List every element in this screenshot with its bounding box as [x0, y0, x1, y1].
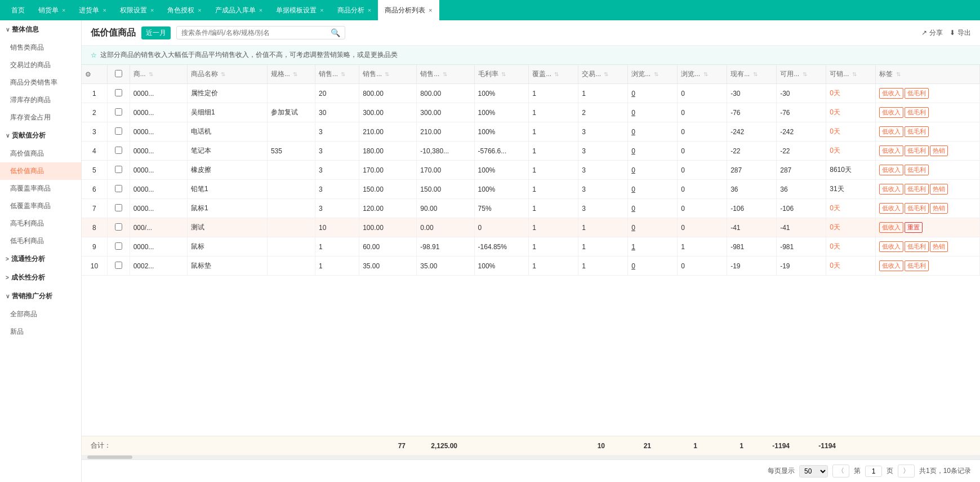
nav-sales-order[interactable]: 销货单 × — [32, 0, 72, 20]
browse1-link[interactable]: 0 — [631, 262, 635, 270]
close-icon[interactable]: × — [103, 7, 106, 14]
row-checkbox-cell[interactable] — [107, 180, 130, 199]
row-checkbox-cell[interactable] — [107, 218, 130, 237]
nav-purchase-order[interactable]: 进货单 × — [72, 0, 113, 20]
share-button[interactable]: ↗ 分享 — [921, 28, 943, 38]
row-checkbox[interactable] — [115, 185, 122, 192]
row-checkbox-cell[interactable] — [107, 237, 130, 257]
row-checkbox-cell[interactable] — [107, 199, 130, 218]
row-browse1[interactable]: 0 — [628, 199, 678, 218]
row-checkbox[interactable] — [115, 204, 122, 211]
search-box[interactable]: 🔍 — [176, 26, 345, 39]
col-browse1[interactable]: 浏览... ⇅ — [628, 65, 678, 84]
browse1-link[interactable]: 0 — [631, 205, 635, 213]
browse1-link[interactable]: 0 — [631, 185, 635, 193]
next-page-button[interactable]: 〉 — [898, 465, 915, 477]
nav-home[interactable]: 首页 — [5, 0, 32, 20]
row-browse1[interactable]: 0 — [628, 141, 678, 161]
col-margin-rate[interactable]: 毛利率 ⇅ — [474, 65, 529, 84]
col-name[interactable]: 商品名称 ⇅ — [187, 65, 267, 84]
sidebar-item-high-coverage[interactable]: 高覆盖率商品 — [0, 180, 81, 197]
row-browse1[interactable]: 0 — [628, 257, 678, 276]
page-number-input[interactable] — [865, 466, 882, 477]
close-icon[interactable]: × — [259, 7, 262, 14]
nav-permission-settings[interactable]: 权限设置 × — [113, 0, 161, 20]
sidebar-item-category-sales-rate[interactable]: 商品分类销售率 — [0, 74, 81, 91]
sidebar-group-contribution[interactable]: ∨ 贡献值分析 — [0, 126, 81, 145]
sidebar-item-inventory-capital[interactable]: 库存资金占用 — [0, 109, 81, 126]
col-available[interactable]: 可用... ⇅ — [777, 65, 826, 84]
sidebar-item-traded-products[interactable]: 交易过的商品 — [0, 56, 81, 74]
nav-role-auth[interactable]: 角色授权 × — [161, 0, 208, 20]
browse1-link[interactable]: 0 — [631, 109, 635, 117]
browse1-link[interactable]: 0 — [631, 128, 635, 136]
browse1-link[interactable]: 0 — [631, 224, 635, 232]
nav-product-analysis-list[interactable]: 商品分析列表 × — [378, 0, 439, 20]
browse1-link[interactable]: 0 — [631, 147, 635, 155]
col-code[interactable]: 商... ⇅ — [130, 65, 187, 84]
row-checkbox[interactable] — [115, 127, 122, 135]
row-browse1[interactable]: 0 — [628, 218, 678, 237]
col-browse2[interactable]: 浏览... ⇅ — [678, 65, 727, 84]
close-icon[interactable]: × — [150, 7, 154, 14]
col-trade[interactable]: 交易... ⇅ — [578, 65, 628, 84]
table-container[interactable]: ⚙ 商... ⇅ 商品名称 ⇅ 规格... ⇅ 销售... ⇅ 销售... ⇅ … — [82, 65, 980, 436]
row-browse1[interactable]: 0 — [628, 180, 678, 199]
sidebar-item-low-coverage[interactable]: 低覆盖率商品 — [0, 197, 81, 215]
row-checkbox[interactable] — [115, 89, 122, 96]
sidebar-group-marketing[interactable]: ∨ 营销推广分析 — [0, 287, 81, 306]
col-sales-amt[interactable]: 销售... ⇅ — [359, 65, 417, 84]
row-checkbox[interactable] — [115, 166, 122, 173]
col-spec[interactable]: 规格... ⇅ — [267, 65, 315, 84]
nav-template-settings[interactable]: 单据模板设置 × — [269, 0, 330, 20]
browse1-link[interactable]: 0 — [631, 90, 635, 98]
sidebar-item-high-value[interactable]: 高价值商品 — [0, 145, 81, 162]
sidebar-group-liquidity[interactable]: > 流通性分析 — [0, 250, 81, 268]
row-browse1[interactable]: 1 — [628, 237, 678, 257]
row-browse1[interactable]: 0 — [628, 84, 678, 103]
select-all-checkbox[interactable] — [115, 70, 122, 77]
col-coverage[interactable]: 覆盖... ⇅ — [529, 65, 578, 84]
sidebar-item-low-value[interactable]: 低价值商品 — [0, 162, 81, 180]
close-icon[interactable]: × — [368, 7, 371, 14]
col-current[interactable]: 现有... ⇅ — [727, 65, 777, 84]
col-settings[interactable]: ⚙ — [82, 65, 107, 84]
close-icon[interactable]: × — [320, 7, 323, 14]
close-icon[interactable]: × — [429, 7, 432, 14]
col-sales-amt2[interactable]: 销售... ⇅ — [417, 65, 474, 84]
row-checkbox[interactable] — [115, 147, 122, 154]
search-input[interactable] — [181, 29, 331, 37]
filter-recent-month-button[interactable]: 近一月 — [141, 26, 171, 39]
col-tags[interactable]: 标签 ⇅ — [876, 65, 980, 84]
sidebar-item-new-products[interactable]: 新品 — [0, 323, 81, 341]
row-checkbox-cell[interactable] — [107, 84, 130, 103]
col-checkbox[interactable] — [107, 65, 130, 84]
col-sellable[interactable]: 可销... ⇅ — [826, 65, 876, 84]
sidebar-group-overall[interactable]: ∨ 整体信息 — [0, 20, 81, 39]
row-checkbox[interactable] — [115, 108, 122, 116]
row-browse1[interactable]: 0 — [628, 161, 678, 180]
browse1-link[interactable]: 1 — [631, 243, 635, 251]
row-checkbox-cell[interactable] — [107, 122, 130, 141]
nav-product-analysis[interactable]: 商品分析 × — [331, 0, 378, 20]
export-button[interactable]: ⬇ 导出 — [950, 28, 971, 38]
col-sales-qty[interactable]: 销售... ⇅ — [315, 65, 359, 84]
per-page-select[interactable]: 50 100 200 — [799, 465, 828, 477]
close-icon[interactable]: × — [62, 7, 65, 14]
prev-page-button[interactable]: 〈 — [832, 465, 849, 477]
sidebar-item-high-margin[interactable]: 高毛利商品 — [0, 215, 81, 232]
row-browse1[interactable]: 0 — [628, 103, 678, 122]
sidebar-item-slow-moving[interactable]: 滞库存的商品 — [0, 91, 81, 109]
row-checkbox-cell[interactable] — [107, 141, 130, 161]
sidebar-item-low-margin[interactable]: 低毛利商品 — [0, 232, 81, 250]
row-checkbox[interactable] — [115, 262, 122, 269]
sidebar-group-growth[interactable]: > 成长性分析 — [0, 268, 81, 287]
sidebar-item-sales-products[interactable]: 销售类商品 — [0, 39, 81, 56]
nav-product-inbound[interactable]: 产成品入库单 × — [208, 0, 269, 20]
row-checkbox-cell[interactable] — [107, 103, 130, 122]
row-browse1[interactable]: 0 — [628, 122, 678, 141]
sidebar-item-all-products[interactable]: 全部商品 — [0, 306, 81, 323]
row-checkbox-cell[interactable] — [107, 257, 130, 276]
scrollbar-area[interactable] — [82, 455, 980, 459]
scrollbar-thumb[interactable] — [87, 456, 132, 459]
